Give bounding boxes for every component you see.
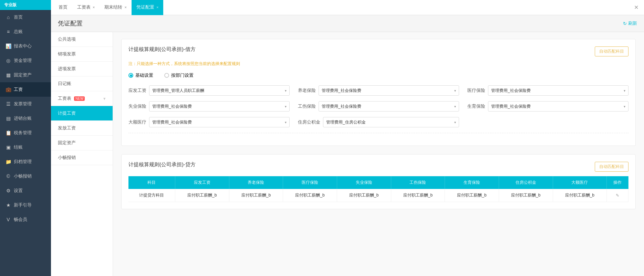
chevron-down-icon: ▾ xyxy=(624,89,625,93)
left-nav-public[interactable]: 公共选项 xyxy=(51,32,113,47)
chevron-down-icon: ▾ xyxy=(285,120,287,124)
select-pension[interactable]: 管理费用_社会保险费 ▾ xyxy=(319,85,459,96)
tab-period-close-close[interactable]: × xyxy=(124,5,126,9)
sidebar-item-funds[interactable]: ◎ 资金管理 xyxy=(0,53,51,68)
tab-home[interactable]: 首页 xyxy=(54,0,72,15)
tax-icon: 📋 xyxy=(6,130,11,136)
select-workinjury[interactable]: 管理费用_社会保险费 ▾ xyxy=(319,101,459,112)
main-content: 计提核算规则(公司承担)-借方 自动匹配科目 注：只能选择一种方式，系统将按照您… xyxy=(113,32,644,276)
sidebar-item-close[interactable]: ▣ 结账 xyxy=(0,140,51,155)
th-salary: 应发工资 xyxy=(175,176,229,189)
section-divider xyxy=(128,133,629,133)
td-maternity: 应付职工薪酬_b xyxy=(445,189,499,202)
section1-header: 计提核算规则(公司承担)-借方 自动匹配科目 xyxy=(128,46,629,57)
field-pension: 养老保险 管理费用_社会保险费 ▾ xyxy=(298,85,459,96)
tab-period-close[interactable]: 期末结转 × xyxy=(100,0,131,15)
sidebar-item-member[interactable]: V 畅会员 xyxy=(0,212,51,227)
chevron-down-icon: ▾ xyxy=(624,105,625,108)
field-housing: 住房公积金 管理费用_住房公积金 ▾ xyxy=(298,117,459,127)
left-nav-xiaochang-expense[interactable]: 小畅报销 xyxy=(51,150,113,165)
label-housing: 住房公积金 xyxy=(298,119,320,125)
field-salary: 应发工资 管理费用_管理人员职工薪酬 ▾ xyxy=(128,85,290,96)
member-icon: V xyxy=(6,217,11,222)
sidebar-item-xiaochang[interactable]: © 小畅报销 xyxy=(0,169,51,183)
new-badge: NEW xyxy=(74,96,85,101)
left-nav-fixed-assets[interactable]: 固定资产 xyxy=(51,136,113,150)
sidebar-item-archive[interactable]: 📁 归档管理 xyxy=(0,155,51,169)
sidebar-item-label: 结账 xyxy=(14,144,23,150)
left-nav-calc-salary[interactable]: 计提工资 xyxy=(51,106,113,121)
field-unemployment: 失业保险 管理费用_社会保险费 ▾ xyxy=(128,101,290,112)
sidebar-item-salary[interactable]: 💼 工资 xyxy=(0,82,51,97)
left-nav-purchase-invoice[interactable]: 进项发票 xyxy=(51,62,113,76)
th-maternity: 生育保险 xyxy=(445,176,499,189)
radio-dept[interactable]: 按部门设置 xyxy=(164,72,194,78)
tab-voucher-config-close[interactable]: × xyxy=(156,5,158,9)
window-close-button[interactable]: ✕ xyxy=(631,3,641,12)
sidebar-item-purchase[interactable]: ▤ 进销台账 xyxy=(0,111,51,126)
td-subject: 计提贷方科目 xyxy=(128,189,175,202)
select-salary[interactable]: 管理费用_管理人员职工薪酬 ▾ xyxy=(149,85,290,96)
sidebar-item-guide[interactable]: ★ 新手引导 xyxy=(0,198,51,212)
td-action[interactable]: ✎ xyxy=(607,189,629,202)
sidebar-item-tax[interactable]: 📋 税务管理 xyxy=(0,126,51,140)
select-salary-value: 管理费用_管理人员职工薪酬 xyxy=(152,88,283,94)
label-maternity: 生育保险 xyxy=(467,103,485,109)
refresh-label: 刷新 xyxy=(628,20,637,26)
salary-icon: 💼 xyxy=(6,87,11,92)
page-header: 凭证配置 ↻ 刷新 xyxy=(51,15,644,32)
field-workinjury: 工伤保险 管理费用_社会保险费 ▾ xyxy=(298,101,459,112)
sidebar-item-label: 工资 xyxy=(14,86,23,93)
th-subject: 科目 xyxy=(128,176,175,189)
label-workinjury: 工伤保险 xyxy=(298,103,316,109)
sidebar: 专业版 ⌂ 首页 ≡ 总账 📊 报表中心 ◎ 资金管理 ▦ 固定资产 💼 工资 … xyxy=(0,0,51,276)
sidebar-item-label: 总账 xyxy=(14,29,23,35)
edit-icon[interactable]: ✎ xyxy=(616,193,619,198)
left-nav-pay-salary[interactable]: 发放工资 xyxy=(51,121,113,136)
app-title: 专业版 xyxy=(0,0,51,10)
tab-voucher-config-label: 凭证配置 xyxy=(136,4,154,10)
chevron-down-icon: ▾ xyxy=(285,105,287,108)
tab-payroll[interactable]: 工资表 × xyxy=(72,0,100,15)
sidebar-item-label: 进销台账 xyxy=(14,115,32,121)
td-major-medical: 应付职工薪酬_b xyxy=(553,189,607,202)
tab-voucher-config[interactable]: 凭证配置 × xyxy=(132,0,163,15)
select-housing[interactable]: 管理费用_住房公积金 ▾ xyxy=(323,117,459,127)
close-account-icon: ▣ xyxy=(6,145,11,150)
select-major-medical[interactable]: 管理费用_社会保险费 ▾ xyxy=(149,117,290,127)
select-maternity-value: 管理费用_社会保险费 xyxy=(491,104,622,109)
auto-match-credit-button[interactable]: 自动匹配科目 xyxy=(595,162,629,172)
select-unemployment[interactable]: 管理费用_社会保险费 ▾ xyxy=(149,101,290,112)
sidebar-item-assets[interactable]: ▦ 固定资产 xyxy=(0,68,51,82)
sidebar-item-label: 税务管理 xyxy=(14,130,32,136)
radio-basic-circle xyxy=(128,73,133,78)
section2-header: 计提核算规则(公司承担)-贷方 自动匹配科目 xyxy=(128,161,629,172)
select-maternity[interactable]: 管理费用_社会保险费 ▾ xyxy=(488,101,629,112)
tab-bar: 首页 工资表 × 期末结转 × 凭证配置 × ✕ xyxy=(51,0,644,15)
sidebar-item-home[interactable]: ⌂ 首页 xyxy=(0,10,51,24)
table-row: 计提贷方科目 应付职工薪酬_b 应付职工薪酬_b 应付职工薪酬_b 应付职工薪酬… xyxy=(128,189,629,202)
sidebar-item-settings[interactable]: ⚙ 设置 xyxy=(0,183,51,198)
tab-payroll-close[interactable]: × xyxy=(93,5,95,9)
auto-match-debit-button[interactable]: 自动匹配科目 xyxy=(595,46,629,56)
select-pension-value: 管理费用_社会保险费 xyxy=(322,88,453,94)
section1-title: 计提核算规则(公司承担)-借方 xyxy=(128,46,196,53)
label-salary: 应发工资 xyxy=(128,87,146,94)
radio-basic[interactable]: 基础设置 xyxy=(128,72,153,78)
select-medical[interactable]: 管理费用_社会保险费 ▾ xyxy=(488,85,629,96)
left-nav-payroll-table[interactable]: 工资表 NEW ▾ xyxy=(51,91,113,106)
select-major-medical-value: 管理费用_社会保险费 xyxy=(152,119,283,125)
section-debit: 计提核算规则(公司承担)-借方 自动匹配科目 注：只能选择一种方式，系统将按照您… xyxy=(121,39,636,146)
label-medical: 医疗保险 xyxy=(467,87,485,94)
left-nav-journal[interactable]: 日记账 xyxy=(51,76,113,91)
sidebar-item-invoice[interactable]: ☰ 发票管理 xyxy=(0,97,51,111)
tab-payroll-label: 工资表 xyxy=(77,4,91,10)
th-action: 操作 xyxy=(607,176,629,189)
left-nav-sales-invoice[interactable]: 销项发票 xyxy=(51,47,113,62)
sidebar-item-reports[interactable]: 📊 报表中心 xyxy=(0,39,51,53)
page-title: 凭证配置 xyxy=(58,19,83,28)
sidebar-item-ledger[interactable]: ≡ 总账 xyxy=(0,24,51,39)
home-icon: ⌂ xyxy=(6,14,11,20)
refresh-button[interactable]: ↻ 刷新 xyxy=(623,20,637,26)
sidebar-item-label: 设置 xyxy=(14,188,23,194)
